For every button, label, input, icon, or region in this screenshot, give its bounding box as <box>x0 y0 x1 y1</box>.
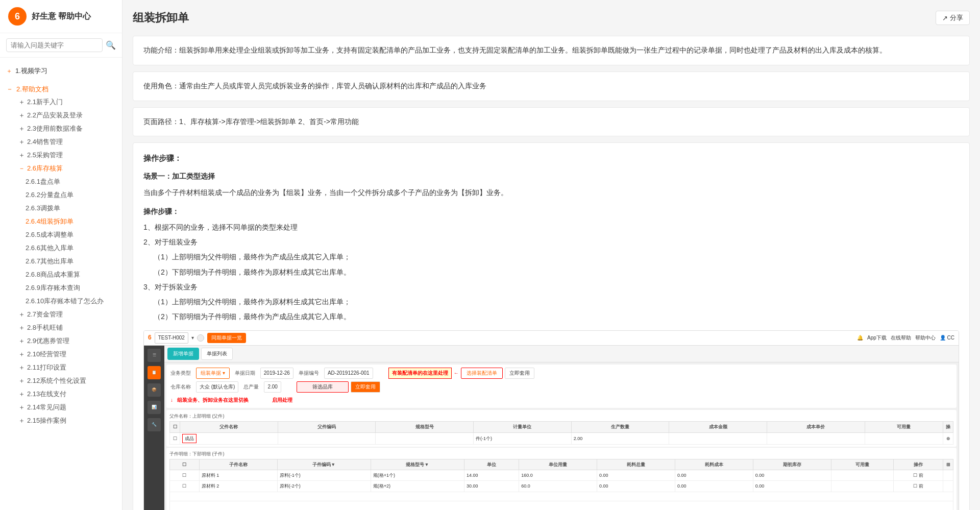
sidebar-item-2-6-2[interactable]: 2.6.2分量盘点单 <box>21 188 116 202</box>
ss-docno-val: AD-20191226-001 <box>324 368 373 379</box>
sidebar-item-2-6-1[interactable]: 2.6.1盘点单 <box>21 175 116 188</box>
ss-nav-icon-5: 🔧 <box>148 418 161 431</box>
ss-help-icon: 在线帮助 <box>891 333 911 343</box>
plus-icon-2-10: ＋ <box>18 350 25 359</box>
page-header: 组装拆卸单 ↗ 分享 <box>133 10 970 26</box>
plus-icon-2-7: ＋ <box>18 310 25 319</box>
sidebar-item-2-6-3[interactable]: 2.6.3调拨单 <box>21 202 116 215</box>
th-cost: 成本金额 <box>669 422 767 432</box>
minus-icon: － <box>6 85 13 94</box>
table-row <box>170 501 953 510</box>
operation-steps2-title: 操作步骤： <box>143 205 959 218</box>
ss-confirm-btn[interactable]: 立即套用 <box>351 381 380 393</box>
lth-cb: ☐ <box>170 459 200 470</box>
plus-icon-2-1: ＋ <box>18 98 25 107</box>
role-intro-card: 使用角色：通常由生产人员或库管人员完成拆装业务的操作，库管人员确认原材料的出库和… <box>133 71 970 101</box>
td-cost1 <box>669 432 767 444</box>
ss-refresh-icon <box>197 334 204 342</box>
step2: 2、对于组装业务 <box>143 236 959 249</box>
plus-icon-2-3: ＋ <box>18 124 25 133</box>
ss-add-btn[interactable]: 立即套用 <box>505 368 534 379</box>
sidebar-item-2-4[interactable]: ＋ 2.4销售管理 <box>14 135 116 149</box>
sidebar-item-2-13[interactable]: ＋ 2.13在线支付 <box>14 387 116 401</box>
ss-tab-list[interactable]: 单据列表 <box>201 348 233 360</box>
sidebar-item-2-6-5[interactable]: 2.6.5成本调整单 <box>21 228 116 241</box>
ss-lower-table-area: 子件明细：下部明细 (子件) ☐ 子件名称 子件编码▼ 规格型号▼ <box>166 448 957 510</box>
sidebar-item-2-2[interactable]: ＋ 2.2产品安装及登录 <box>14 109 116 122</box>
sidebar-item-2-12[interactable]: ＋ 2.12系统个性化设置 <box>14 374 116 387</box>
main-content: 组装拆卸单 ↗ 分享 功能介绍：组装拆卸单用来处理企业组装或拆卸等加工业务，支持… <box>122 0 980 510</box>
ss-label-type: 业务类型 <box>170 369 191 378</box>
plus-icon-2-5: ＋ <box>18 151 25 160</box>
ss-lower-table-label: 子件明细：下部明细 (子件) <box>169 450 953 458</box>
sidebar-item-2-3[interactable]: ＋ 2.3使用前数据准备 <box>14 122 116 135</box>
th-code: 父件编码 <box>278 422 376 432</box>
th-qty: 计量单位 <box>473 422 571 432</box>
sidebar-item-2-15[interactable]: ＋ 2.15操作案例 <box>14 414 116 427</box>
sidebar-item-2-14[interactable]: ＋ 2.14常见问题 <box>14 401 116 414</box>
sidebar-item-2-6-6[interactable]: 2.6.6其他入库单 <box>21 241 116 255</box>
step2-1: （1）上部明细为父件明细，最终作为产成品生成其它入库单； <box>154 251 959 263</box>
sidebar-item-video-learning[interactable]: ＋ 1.视频学习 <box>6 65 116 77</box>
step3: 3、对于拆装业务 <box>143 281 959 294</box>
sidebar-item-2-7[interactable]: ＋ 2.7资金管理 <box>14 308 116 321</box>
sidebar-item-2-5[interactable]: ＋ 2.5采购管理 <box>14 149 116 162</box>
ss-form-row2: 仓库名称 大众 (默认仓库) 总产量 2.00 筛选品库 立即套用 <box>170 381 952 393</box>
td-name1-val: 成品 <box>182 434 197 443</box>
share-button[interactable]: ↗ 分享 <box>936 11 970 25</box>
step1: 1、根据不同的业务，选择不同单据的类型来处理 <box>143 221 959 234</box>
lth-cost: 耗料成本 <box>675 459 753 470</box>
lth-total: 耗料总量 <box>597 459 675 470</box>
td-code1 <box>278 432 376 444</box>
search-input[interactable] <box>6 38 103 52</box>
lth-spec: 规格型号▼ <box>371 459 464 470</box>
td-cost21 <box>767 432 865 444</box>
th-checkbox: ☐ <box>170 422 180 432</box>
td-spec1 <box>376 432 474 444</box>
ss-nav-icon-2: 📋 <box>148 366 161 379</box>
step3-1: （1）上部明细为父件明细，最终作为原材料生成其它出库单； <box>154 296 959 308</box>
sidebar-item-2-6-10[interactable]: 2.6.10库存账本错了怎么办 <box>21 295 116 308</box>
th-spec: 规格型号 <box>376 422 474 432</box>
ss-new-order-btn[interactable]: 同期单据一览 <box>207 333 246 343</box>
logo-area: 6 好生意 帮助中心 <box>0 0 122 33</box>
logo-title: 好生意 帮助中心 <box>32 11 91 22</box>
plus-icon-2-8: ＋ <box>18 323 25 332</box>
search-button[interactable]: 🔍 <box>106 40 116 50</box>
sidebar-item-2-8[interactable]: ＋ 2.8手机旺铺 <box>14 321 116 334</box>
sidebar-item-2-11[interactable]: ＋ 2.11打印设置 <box>14 361 116 374</box>
screenshot-body: ☰ 📋 📦 📊 🔧 新增单据 单据列表 <box>144 346 959 510</box>
ss-assembly-select[interactable]: 选择装配清单 <box>461 368 503 379</box>
td-act1: ⊕ <box>943 432 953 444</box>
sidebar-item-2-6-9[interactable]: 2.6.9库存账本查询 <box>21 281 116 295</box>
ss-type-select[interactable]: 组装单据 ▾ <box>196 368 230 379</box>
role-intro-text: 使用角色：通常由生产人员或库管人员完成拆装业务的操作，库管人员确认原材料的出库和… <box>143 82 486 90</box>
ss-tab-active[interactable]: 新增单据 <box>167 348 199 360</box>
screenshot-topbar: 6 TEST-H002 ▾ 同期单据一览 🔔 App下载 在线帮助 帮助中心 👤… <box>144 331 959 346</box>
ss-service-icon: 帮助中心 <box>915 333 936 343</box>
sidebar-item-2-6-7[interactable]: 2.6.7其他出库单 <box>21 255 116 268</box>
ss-annotation-text1: 有装配清单的在这里处理 <box>388 368 452 379</box>
sidebar-item-2-10[interactable]: ＋ 2.10经营管理 <box>14 348 116 361</box>
sidebar-item-2-6-8[interactable]: 2.6.8商品成本重算 <box>21 268 116 281</box>
ss-left-sidebar: ☰ 📋 📦 📊 🔧 <box>144 346 164 510</box>
sidebar-item-2-6[interactable]: － 2.6库存核算 <box>14 162 116 175</box>
operation-steps-title: 操作步骤： <box>143 151 959 165</box>
ss-bell-icon: 🔔 <box>857 333 863 343</box>
ss-nav-icon-4: 📊 <box>148 401 161 414</box>
step3-2: （2）下部明细为子件明细，最终作为产成品生成其它入库单。 <box>154 310 959 323</box>
sidebar-item-help-docs[interactable]: － 2.帮助文档 <box>6 83 116 95</box>
plus-icon-2-14: ＋ <box>18 403 25 412</box>
function-intro-card: 功能介绍：组装拆卸单用来处理企业组装或拆卸等加工业务，支持有固定装配清单的产品加… <box>133 36 970 65</box>
nav-sub-items-2: ＋ 2.1新手入门 ＋ 2.2产品安装及登录 ＋ 2.3使用前数据准备 ＋ 2.… <box>6 95 116 427</box>
screenshot-container: 6 TEST-H002 ▾ 同期单据一览 🔔 App下载 在线帮助 帮助中心 👤… <box>143 330 959 510</box>
sidebar: 6 好生意 帮助中心 🔍 ＋ 1.视频学习 － 2.帮助文档 ＋ 2.1新手入门 <box>0 0 122 510</box>
td-unit1: 件(-1个) <box>473 432 571 444</box>
sidebar-item-2-6-4[interactable]: 2.6.4组装拆卸单 <box>21 215 116 228</box>
sidebar-item-2-1[interactable]: ＋ 2.1新手入门 <box>14 95 116 109</box>
sidebar-item-2-9[interactable]: ＋ 2.9优惠券管理 <box>14 334 116 348</box>
ss-company: TEST-H002 <box>155 332 188 344</box>
ss-nav-icon-3: 📦 <box>148 383 161 397</box>
table-row: ☐ 原材料 1 原料(-1个) 规(格+1个) 14.00 160.0 0.00… <box>170 470 953 481</box>
lth-expand: ⊞ <box>943 459 953 470</box>
